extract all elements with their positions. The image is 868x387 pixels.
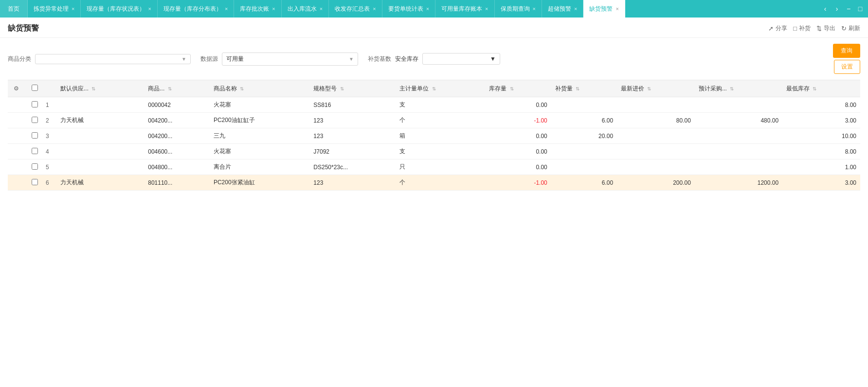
th-spec[interactable]: 规格型号 ⇅ <box>309 80 396 97</box>
row-min-stock: 3.00 <box>782 113 860 128</box>
row-unit: 只 <box>396 159 485 175</box>
tab-close-stock-dist[interactable]: × <box>225 6 228 12</box>
row-product-name: 火花塞 <box>210 97 309 113</box>
row-min-stock: 8.00 <box>782 144 860 159</box>
tab-home[interactable]: 首页 <box>0 0 28 18</box>
row-product-name: 火花塞 <box>210 144 309 159</box>
share-icon: ➚ <box>768 25 774 32</box>
row-stock-qty: -1.00 <box>485 113 551 128</box>
tab-bar: 首页 拣货异常处理 × 现存量（库存状况表） × 现存量（库存分布表） × 库存… <box>0 0 868 18</box>
sort-icon-stock: ⇅ <box>510 86 514 91</box>
row-spec: J7092 <box>309 144 396 159</box>
page-title: 缺货预警 <box>8 23 39 34</box>
row-est-purchase <box>695 144 782 159</box>
settings-button[interactable]: 设置 <box>834 60 860 74</box>
tab-available-ledger[interactable]: 可用量库存账本 × <box>435 0 494 18</box>
column-settings-icon[interactable]: ⚙ <box>12 84 20 93</box>
row-supplier <box>56 144 144 159</box>
tab-stock-status[interactable]: 现存量（库存状况表） × <box>81 0 157 18</box>
row-num: 6 <box>42 175 56 191</box>
th-product-code[interactable]: 商品... ⇅ <box>144 80 210 97</box>
export-icon: ⇅ <box>816 25 822 32</box>
tab-stock-dist[interactable]: 现存量（库存分布表） × <box>158 0 234 18</box>
tab-close-inout-flow[interactable]: × <box>320 6 323 12</box>
table-row: 1 0000042 火花塞 SS816 支 0.00 8.00 <box>8 97 860 113</box>
tab-minimize[interactable]: − <box>843 3 854 15</box>
tab-batch-account[interactable]: 库存批次账 × <box>234 0 281 18</box>
tab-close-order-stat[interactable]: × <box>426 6 429 12</box>
th-settings: ⚙ <box>8 80 27 97</box>
tab-close-shortage[interactable]: × <box>615 6 618 12</box>
row-product-code: 801110... <box>144 175 210 191</box>
tab-scroll-left[interactable]: ‹ <box>819 3 831 15</box>
tab-close-available-ledger[interactable]: × <box>485 6 488 12</box>
filter-row: 商品分类 ▼ 数据源 可用量 ▼ 补货基数 安全库存 ▼ 查询 设置 <box>0 38 868 80</box>
replenish-base-select[interactable]: ▼ <box>422 53 500 65</box>
row-supplier: 力天机械 <box>56 175 144 191</box>
row-checkbox-3[interactable] <box>32 148 38 154</box>
tab-scroll-right[interactable]: › <box>831 3 843 15</box>
row-num: 4 <box>42 144 56 159</box>
row-latest-price: 200.00 <box>617 175 695 191</box>
tab-close-collect-total[interactable]: × <box>373 6 376 12</box>
tab-nav-buttons: ‹ › − □ <box>819 3 868 15</box>
th-latest-price[interactable]: 最新进价 ⇅ <box>617 80 695 97</box>
row-est-purchase: 480.00 <box>695 113 782 128</box>
row-checkbox-0[interactable] <box>32 101 38 107</box>
tab-overstock[interactable]: 超储预警 × <box>542 0 583 18</box>
row-replenish-qty <box>551 97 617 113</box>
tab-inout-flow[interactable]: 出入库流水 × <box>282 0 329 18</box>
tab-close-stock-status[interactable]: × <box>148 6 151 12</box>
tab-shortage[interactable]: 缺货预警 × <box>583 0 625 18</box>
row-settings-cell <box>8 113 27 128</box>
row-product-name: PC200张紧油缸 <box>210 175 309 191</box>
category-select[interactable]: ▼ <box>35 54 191 64</box>
tab-close-expiry-query[interactable]: × <box>533 6 536 12</box>
row-spec: 123 <box>309 175 396 191</box>
row-latest-price <box>617 159 695 175</box>
select-all-checkbox[interactable] <box>32 85 38 91</box>
sort-icon-replenish: ⇅ <box>576 86 579 91</box>
tab-abnormal[interactable]: 拣货异常处理 × <box>28 0 81 18</box>
refresh-button[interactable]: ↻ 刷新 <box>841 24 860 33</box>
datasource-dropdown-icon: ▼ <box>349 56 354 62</box>
row-num: 5 <box>42 159 56 175</box>
row-replenish-qty <box>551 144 617 159</box>
row-checkbox-4[interactable] <box>32 163 38 170</box>
th-unit[interactable]: 主计量单位 ⇅ <box>396 80 485 97</box>
th-stock-qty[interactable]: 库存量 ⇅ <box>485 80 551 97</box>
tab-close-batch-account[interactable]: × <box>272 6 275 12</box>
replenish-button[interactable]: □ 补货 <box>793 24 811 33</box>
share-button[interactable]: ➚ 分享 <box>768 24 787 33</box>
row-product-code: 004600... <box>144 144 210 159</box>
row-settings-cell <box>8 175 27 191</box>
tab-maximize[interactable]: □ <box>854 3 866 15</box>
th-product-name[interactable]: 商品名称 ⇅ <box>210 80 309 97</box>
row-latest-price <box>617 97 695 113</box>
row-checkbox-2[interactable] <box>32 132 38 139</box>
row-checkbox-cell[interactable] <box>27 144 42 159</box>
tab-close-abnormal[interactable]: × <box>72 6 74 12</box>
row-checkbox-cell[interactable] <box>27 113 42 128</box>
tab-expiry-query[interactable]: 保质期查询 × <box>495 0 542 18</box>
tab-collect-total[interactable]: 收发存汇总表 × <box>329 0 382 18</box>
row-checkbox-1[interactable] <box>32 117 38 123</box>
row-checkbox-cell[interactable] <box>27 128 42 144</box>
th-est-purchase[interactable]: 预计采购... ⇅ <box>695 80 782 97</box>
row-checkbox-5[interactable] <box>32 179 38 185</box>
tab-close-overstock[interactable]: × <box>574 6 577 12</box>
th-default-supplier[interactable]: 默认供应... ⇅ <box>56 80 144 97</box>
row-checkbox-cell[interactable] <box>27 97 42 113</box>
th-replenish-qty[interactable]: 补货量 ⇅ <box>551 80 617 97</box>
sort-icon-supplier: ⇅ <box>91 86 95 91</box>
th-min-stock[interactable]: 最低库存 ⇅ <box>782 80 860 97</box>
row-product-name: 离合片 <box>210 159 309 175</box>
row-checkbox-cell[interactable] <box>27 159 42 175</box>
row-checkbox-cell[interactable] <box>27 175 42 191</box>
export-button[interactable]: ⇅ 导出 <box>816 24 835 33</box>
sort-icon-name: ⇅ <box>240 86 244 91</box>
query-button[interactable]: 查询 <box>833 44 860 58</box>
tab-order-stat[interactable]: 要货单统计表 × <box>382 0 435 18</box>
table-row: 5 004800... 离合片 DS250*23c... 只 0.00 1.00 <box>8 159 860 175</box>
datasource-select[interactable]: 可用量 ▼ <box>222 53 358 66</box>
